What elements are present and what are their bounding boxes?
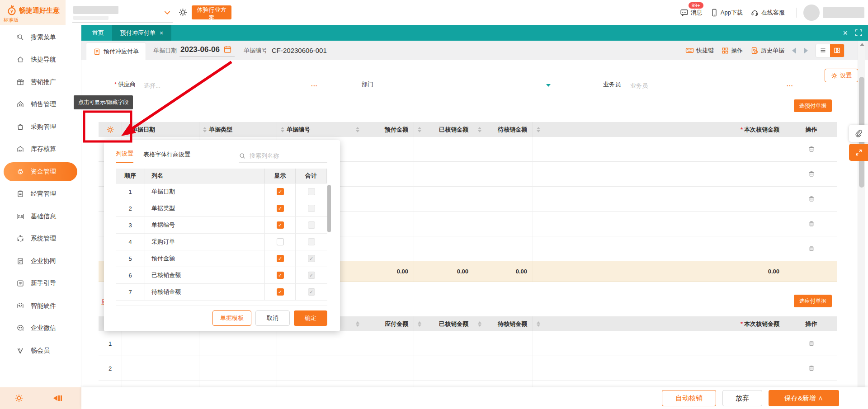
salesman-more-button[interactable]: ... <box>787 80 793 88</box>
doc-template-button[interactable]: 单据模板 <box>212 310 251 326</box>
sidebar-item-3[interactable]: 销售管理 <box>0 94 81 116</box>
delete-row-trash-icon[interactable] <box>808 195 815 202</box>
empty-cell[interactable] <box>352 162 414 187</box>
expand-panel-button[interactable] <box>849 144 868 161</box>
sidebar-item-10[interactable]: 企业协同 <box>0 250 81 273</box>
empty-cell[interactable] <box>474 162 533 187</box>
column-header[interactable]: 单据编号 <box>277 122 352 137</box>
empty-cell[interactable] <box>533 137 785 162</box>
sidebar-item-2[interactable]: 营销推广 <box>0 71 81 94</box>
empty-cell[interactable] <box>352 236 414 261</box>
empty-cell[interactable] <box>352 331 414 356</box>
sidebar-settings-gear-icon[interactable] <box>14 394 24 403</box>
empty-cell[interactable] <box>277 356 352 381</box>
department-dropdown-chevron-icon[interactable] <box>546 84 551 87</box>
sidebar-item-13[interactable]: 企业微信 <box>0 317 81 340</box>
sidebar-item-14[interactable]: 畅会员 <box>0 339 81 362</box>
empty-cell[interactable] <box>474 137 533 162</box>
column-header[interactable]: 待核销金额 <box>474 122 533 137</box>
empty-cell[interactable] <box>474 236 533 261</box>
messages-item[interactable]: 消息 99+ <box>680 8 703 17</box>
empty-cell[interactable] <box>352 212 414 236</box>
empty-cell[interactable] <box>352 137 414 162</box>
discard-button[interactable]: 放弃 <box>722 390 762 406</box>
table-column-settings-gear-icon[interactable] <box>106 126 114 134</box>
show-checkbox[interactable]: ✓ <box>277 188 284 195</box>
calendar-icon[interactable] <box>223 45 232 54</box>
company-dropdown-chevron-icon[interactable] <box>163 8 172 17</box>
delete-row-trash-icon[interactable] <box>808 170 815 178</box>
topbar-gear-icon[interactable] <box>178 8 188 17</box>
auto-verify-button[interactable]: 自动核销 <box>662 390 716 406</box>
empty-cell[interactable] <box>414 331 474 356</box>
empty-cell[interactable] <box>533 331 785 356</box>
empty-cell[interactable] <box>122 331 199 356</box>
experience-plan-button[interactable]: 体验行业方案 <box>192 5 231 19</box>
cancel-button[interactable]: 取消 <box>255 310 290 326</box>
popup-scrollbar-thumb[interactable] <box>327 185 331 232</box>
tab-home[interactable]: 首页 <box>84 25 112 41</box>
sidebar-item-8[interactable]: 基础信息 <box>0 205 81 228</box>
column-header[interactable]: 应付金额 <box>352 316 414 331</box>
operations-button[interactable]: 操作 <box>722 47 743 55</box>
tab-close-icon[interactable]: × <box>160 30 163 36</box>
scrollbar-up-arrow-icon[interactable] <box>860 43 864 46</box>
sidebar-item-12[interactable]: 智能硬件 <box>0 295 81 317</box>
list-view-button[interactable] <box>816 44 830 57</box>
empty-cell[interactable] <box>533 162 785 187</box>
popup-tab-column-settings[interactable]: 列设置 <box>116 150 133 163</box>
popup-search-input[interactable] <box>249 152 323 160</box>
sidebar-item-5[interactable]: 库存核算 <box>0 138 81 161</box>
prev-doc-arrow-icon[interactable] <box>792 47 796 54</box>
tab-prepay-writeoff[interactable]: 预付冲应付单 × <box>112 25 171 41</box>
show-checkbox[interactable]: ✓ <box>277 205 284 212</box>
sidebar-item-4[interactable]: 采购管理 <box>0 116 81 138</box>
empty-cell[interactable] <box>414 162 474 187</box>
column-header[interactable]: *本次核销金额 <box>533 316 785 331</box>
column-header[interactable]: 单据日期 <box>122 122 199 137</box>
delete-row-trash-icon[interactable] <box>808 245 815 252</box>
sidebar-item-6[interactable]: 资金管理 <box>4 162 77 181</box>
avatar[interactable] <box>803 5 820 21</box>
confirm-button[interactable]: 确定 <box>294 310 327 326</box>
empty-cell[interactable] <box>199 356 277 381</box>
sidebar-item-7[interactable]: 经营管理 <box>0 183 81 206</box>
empty-cell[interactable] <box>352 356 414 381</box>
empty-cell[interactable] <box>533 236 785 261</box>
empty-cell[interactable] <box>533 212 785 236</box>
page-scrollbar[interactable] <box>858 41 865 400</box>
empty-cell[interactable] <box>414 236 474 261</box>
sidebar-item-9[interactable]: 系统管理 <box>0 228 81 250</box>
delete-row-trash-icon[interactable] <box>808 220 815 227</box>
show-checkbox[interactable]: ✓ <box>277 288 284 296</box>
empty-cell[interactable] <box>199 331 277 356</box>
delete-row-trash-icon[interactable] <box>808 146 815 153</box>
close-all-icon[interactable]: × <box>843 29 848 37</box>
column-header[interactable]: 预付金额 <box>352 122 414 137</box>
empty-cell[interactable] <box>474 212 533 236</box>
field-settings-button[interactable]: 设置 <box>825 69 858 82</box>
attachment-button[interactable] <box>849 125 868 142</box>
empty-cell[interactable] <box>277 331 352 356</box>
history-docs-button[interactable]: 历史单据 <box>750 47 784 55</box>
next-doc-arrow-icon[interactable] <box>804 47 808 54</box>
column-settings-header-cell[interactable] <box>99 122 122 137</box>
empty-cell[interactable] <box>122 356 199 381</box>
delete-row-trash-icon[interactable] <box>808 365 815 372</box>
column-header[interactable]: 单据类型 <box>199 122 277 137</box>
empty-cell[interactable] <box>533 356 785 381</box>
empty-cell[interactable] <box>474 187 533 212</box>
fullscreen-icon[interactable] <box>855 29 863 37</box>
department-input[interactable] <box>382 79 561 92</box>
select-prepay-docs-button[interactable]: 选预付单据 <box>794 99 832 112</box>
empty-cell[interactable] <box>414 187 474 212</box>
empty-cell[interactable] <box>414 212 474 236</box>
shortcut-keys-button[interactable]: 快捷键 <box>685 46 714 55</box>
show-checkbox[interactable]: ✓ <box>277 272 284 279</box>
card-view-button[interactable] <box>830 44 844 57</box>
sidebar-item-0[interactable]: 搜索菜单 <box>0 26 81 49</box>
show-checkbox[interactable]: ✓ <box>277 255 284 262</box>
salesman-input[interactable] <box>629 79 780 92</box>
empty-cell[interactable] <box>533 187 785 212</box>
app-download-item[interactable]: App下载 <box>710 9 743 17</box>
